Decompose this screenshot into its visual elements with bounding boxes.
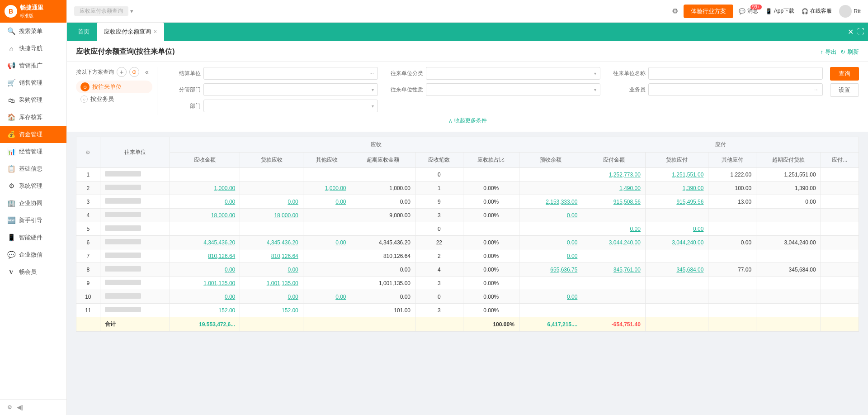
row-ar-other-8[interactable] bbox=[303, 277, 351, 290]
row-ap-amount-6[interactable] bbox=[582, 249, 646, 263]
query-button[interactable]: 查询 bbox=[830, 67, 859, 81]
sidebar-item-marketing[interactable]: 📢 营销推广 bbox=[0, 57, 66, 74]
row-ar-amount-2[interactable]: 0.00 bbox=[170, 195, 240, 209]
row-ap-loan-4[interactable]: 0.00 bbox=[645, 222, 708, 236]
row-ar-advance-3[interactable]: 0.00 bbox=[519, 209, 582, 222]
partner-name-input[interactable] bbox=[648, 67, 823, 80]
sidebar-item-wechat[interactable]: 💬 企业微信 bbox=[0, 246, 66, 263]
row-ar-amount-3[interactable]: 18,000.00 bbox=[170, 209, 240, 222]
row-ar-amount-4[interactable] bbox=[170, 222, 240, 236]
row-ar-advance-6[interactable]: 0.00 bbox=[519, 249, 582, 263]
row-ap-amount-10[interactable] bbox=[582, 304, 646, 317]
tab-arquery[interactable]: 应收应付余额查询 × bbox=[97, 23, 164, 41]
row-ap-amount-5[interactable]: 3,044,240.00 bbox=[582, 236, 646, 249]
row-ar-loan-1[interactable] bbox=[240, 181, 303, 195]
row-ap-loan-10[interactable] bbox=[645, 304, 708, 317]
dept-mgr-input[interactable]: ▾ bbox=[203, 83, 378, 96]
row-ap-amount-8[interactable] bbox=[582, 277, 646, 290]
scheme-by-staff[interactable]: ○ 按业务员 bbox=[76, 93, 152, 105]
row-ap-loan-0[interactable]: 1,251,551.00 bbox=[645, 168, 708, 181]
row-ap-amount-1[interactable]: 1,490.00 bbox=[582, 181, 646, 195]
row-ap-loan-6[interactable] bbox=[645, 249, 708, 263]
row-ar-other-3[interactable] bbox=[303, 209, 351, 222]
row-ar-loan-2[interactable]: 0.00 bbox=[240, 195, 303, 209]
row-ap-loan-8[interactable] bbox=[645, 277, 708, 290]
service-btn[interactable]: 🎧 在线客服 bbox=[802, 7, 832, 15]
row-ap-loan-3[interactable] bbox=[645, 209, 708, 222]
row-ar-loan-4[interactable] bbox=[240, 222, 303, 236]
filter-collapse-btn[interactable]: « bbox=[142, 67, 152, 77]
row-ar-loan-6[interactable]: 810,126.64 bbox=[240, 249, 303, 263]
user-avatar[interactable]: Rit bbox=[839, 5, 861, 18]
settlement-unit-input[interactable]: ··· bbox=[203, 67, 378, 80]
industry-btn[interactable]: 体验行业方案 bbox=[684, 5, 733, 18]
row-ar-other-0[interactable] bbox=[303, 168, 351, 181]
row-ap-loan-1[interactable]: 1,390.00 bbox=[645, 181, 708, 195]
sidebar-item-hardware[interactable]: 📱 智能硬件 bbox=[0, 229, 66, 246]
row-ar-loan-0[interactable] bbox=[240, 168, 303, 181]
row-ar-advance-8[interactable] bbox=[519, 277, 582, 290]
sidebar-item-inventory[interactable]: 🏠 库存核算 bbox=[0, 109, 66, 126]
refresh-btn[interactable]: ↻ 刷新 bbox=[840, 48, 859, 56]
dept-input[interactable]: ▾ bbox=[203, 100, 378, 112]
sidebar-item-finance[interactable]: 💰 资金管理 bbox=[0, 126, 66, 143]
row-ar-advance-10[interactable] bbox=[519, 304, 582, 317]
row-ar-amount-0[interactable] bbox=[170, 168, 240, 181]
row-ar-advance-0[interactable] bbox=[519, 168, 582, 181]
sidebar-item-quicknav[interactable]: ⌂ 快捷导航 bbox=[0, 40, 66, 57]
partner-category-input[interactable]: ▾ bbox=[426, 67, 600, 80]
row-ar-other-10[interactable] bbox=[303, 304, 351, 317]
row-ap-loan-7[interactable]: 345,684.00 bbox=[645, 263, 708, 277]
sidebar-item-purchase[interactable]: 🛍 采购管理 bbox=[0, 91, 66, 109]
row-ap-amount-9[interactable] bbox=[582, 290, 646, 304]
th-settings[interactable]: ⚙ bbox=[76, 137, 100, 168]
sidebar-item-search[interactable]: 🔍 搜索菜单 bbox=[0, 23, 66, 40]
tab-expand-btn[interactable]: ⛶ bbox=[857, 28, 864, 36]
row-ar-advance-9[interactable]: 0.00 bbox=[519, 290, 582, 304]
row-ar-loan-3[interactable]: 18,000.00 bbox=[240, 209, 303, 222]
row-ar-loan-9[interactable]: 0.00 bbox=[240, 290, 303, 304]
settings-button[interactable]: 设置 bbox=[830, 83, 859, 97]
row-ar-other-1[interactable]: 1,000.00 bbox=[303, 181, 351, 195]
sidebar-item-operation[interactable]: 📊 经营管理 bbox=[0, 143, 66, 160]
row-ar-other-6[interactable] bbox=[303, 249, 351, 263]
row-ar-amount-8[interactable]: 1,001,135.00 bbox=[170, 277, 240, 290]
sidebar-item-collab[interactable]: 🏢 企业协同 bbox=[0, 195, 66, 212]
sidebar-item-system[interactable]: ⚙ 系统管理 bbox=[0, 177, 66, 195]
row-ar-amount-1[interactable]: 1,000.00 bbox=[170, 181, 240, 195]
row-ar-advance-4[interactable] bbox=[519, 222, 582, 236]
row-ap-amount-4[interactable]: 0.00 bbox=[582, 222, 646, 236]
collapse-more-btn[interactable]: ∧ 收起更多条件 bbox=[76, 115, 859, 126]
row-ap-amount-2[interactable]: 915,508.56 bbox=[582, 195, 646, 209]
row-ar-other-4[interactable] bbox=[303, 222, 351, 236]
app-download-btn[interactable]: 📱 App下载 bbox=[765, 7, 794, 15]
row-ar-other-2[interactable]: 0.00 bbox=[303, 195, 351, 209]
settings-gear-icon[interactable]: ⚙ bbox=[672, 7, 678, 15]
row-ar-amount-6[interactable]: 810,126.64 bbox=[170, 249, 240, 263]
row-ar-amount-9[interactable]: 0.00 bbox=[170, 290, 240, 304]
message-btn[interactable]: 💬 消息 99+ bbox=[739, 7, 758, 15]
row-ap-loan-5[interactable]: 3,044,240.00 bbox=[645, 236, 708, 249]
row-ar-amount-7[interactable]: 0.00 bbox=[170, 263, 240, 277]
row-ap-loan-2[interactable]: 915,495.56 bbox=[645, 195, 708, 209]
row-ar-advance-7[interactable]: 655,636.75 bbox=[519, 263, 582, 277]
row-ap-amount-3[interactable] bbox=[582, 209, 646, 222]
tab-close-window-btn[interactable]: ✕ bbox=[848, 28, 854, 36]
sidebar-item-member[interactable]: V 畅会员 bbox=[0, 263, 66, 281]
row-ap-loan-9[interactable] bbox=[645, 290, 708, 304]
sidebar-collapse-icon[interactable]: ◀‖ bbox=[17, 404, 24, 410]
sidebar-item-guide[interactable]: 🆕 新手引导 bbox=[0, 212, 66, 229]
table-settings-icon[interactable]: ⚙ bbox=[85, 149, 90, 156]
row-ar-other-7[interactable] bbox=[303, 263, 351, 277]
row-ar-loan-10[interactable]: 152.00 bbox=[240, 304, 303, 317]
filter-scheme-btn[interactable]: ⊙ bbox=[129, 67, 139, 77]
row-ap-amount-0[interactable]: 1,252,773.00 bbox=[582, 168, 646, 181]
partner-nature-input[interactable]: ▾ bbox=[426, 83, 600, 96]
sidebar-item-sales[interactable]: 🛒 销售管理 bbox=[0, 74, 66, 91]
tab-close-icon[interactable]: × bbox=[154, 29, 157, 35]
export-btn[interactable]: ↑ 导出 bbox=[821, 48, 837, 56]
row-ar-other-9[interactable]: 0.00 bbox=[303, 290, 351, 304]
row-ar-other-5[interactable]: 0.00 bbox=[303, 236, 351, 249]
scheme-by-company[interactable]: ⊙ 按往来单位 bbox=[76, 81, 152, 93]
salesperson-input[interactable]: ··· bbox=[648, 83, 823, 96]
